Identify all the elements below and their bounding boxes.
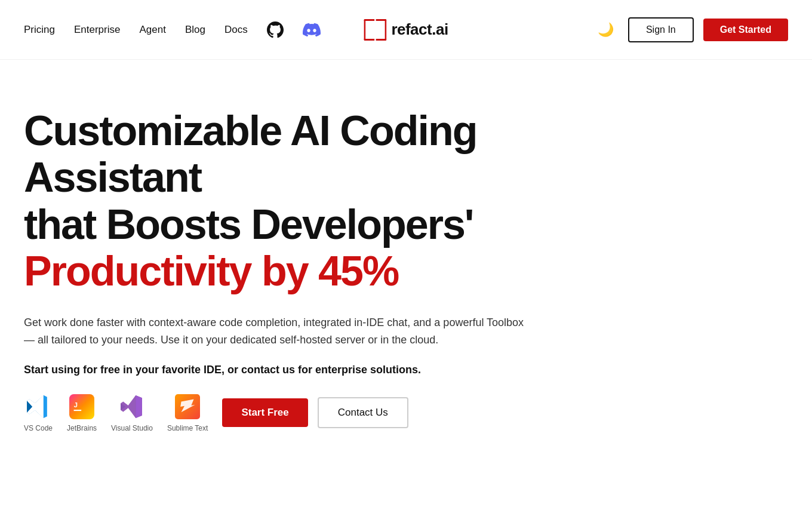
ide-jetbrains: J JetBrains (67, 393, 97, 432)
visualstudio-icon (118, 393, 146, 420)
logo[interactable]: refact.ai (364, 19, 448, 41)
hero-description: Get work done faster with context-aware … (24, 314, 525, 349)
ide-vscode: VS Code (24, 393, 53, 432)
visualstudio-label: Visual Studio (111, 424, 153, 432)
contact-us-button[interactable]: Contact Us (318, 397, 408, 428)
sublimetext-icon (174, 393, 201, 420)
vscode-icon (24, 393, 52, 420)
jetbrains-icon: J (68, 393, 96, 420)
dark-mode-toggle[interactable]: 🌙 (593, 17, 619, 42)
svg-rect-1 (74, 410, 82, 411)
jetbrains-label: JetBrains (67, 424, 97, 432)
ide-sublimetext: Sublime Text (167, 393, 208, 432)
hero-title-line1: Customizable AI Coding Assistant (24, 107, 633, 201)
hero-section: Customizable AI Coding Assistant that Bo… (0, 60, 657, 485)
nav-pricing[interactable]: Pricing (24, 24, 55, 36)
hero-cta-text: Start using for free in your favorite ID… (24, 364, 633, 376)
logo-text: refact.ai (391, 20, 448, 39)
bracket-left-icon (364, 19, 374, 41)
ide-visualstudio: Visual Studio (111, 393, 153, 432)
sign-in-button[interactable]: Sign In (628, 17, 694, 42)
vscode-label: VS Code (24, 424, 53, 432)
header: Pricing Enterprise Agent Blog Docs refac… (0, 0, 812, 60)
sublimetext-label: Sublime Text (167, 424, 208, 432)
nav-agent[interactable]: Agent (139, 24, 165, 36)
nav-enterprise[interactable]: Enterprise (74, 24, 120, 36)
hero-title-line2: that Boosts Developers' (24, 201, 633, 248)
hero-title-accent: Productivity by 45% (24, 248, 633, 294)
github-icon[interactable] (267, 21, 284, 38)
hero-buttons: Start Free Contact Us (222, 397, 408, 428)
ide-icons-row: VS Code J JetBrains (24, 393, 633, 432)
start-free-button[interactable]: Start Free (222, 398, 307, 427)
nav-left: Pricing Enterprise Agent Blog Docs (24, 21, 321, 39)
discord-icon[interactable] (303, 21, 321, 39)
svg-text:J: J (74, 401, 78, 408)
bracket-right-icon (376, 19, 386, 41)
nav-blog[interactable]: Blog (185, 24, 205, 36)
logo-brackets (364, 19, 386, 41)
svg-rect-0 (69, 394, 94, 419)
header-right: 🌙 Sign In Get Started (593, 17, 788, 42)
nav-docs[interactable]: Docs (224, 24, 248, 36)
get-started-button[interactable]: Get Started (703, 19, 788, 41)
hero-title: Customizable AI Coding Assistant that Bo… (24, 107, 633, 295)
